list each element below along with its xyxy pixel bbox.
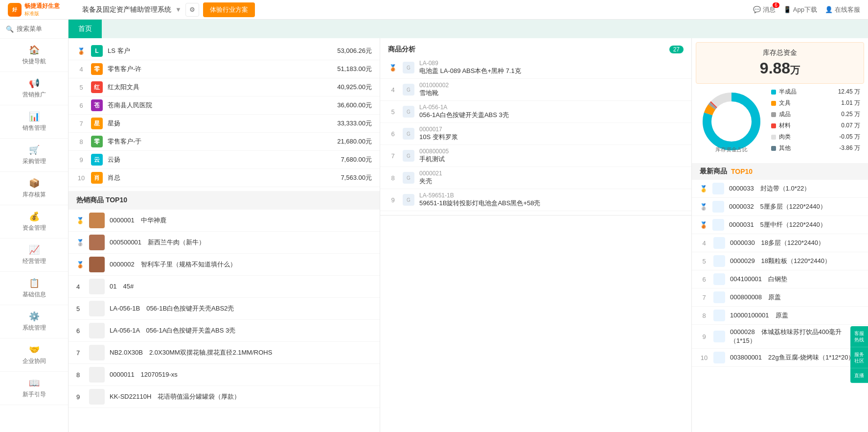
home-icon: 🏠 xyxy=(29,45,40,55)
sidebar-item-marketing[interactable]: 📢 营销推广 xyxy=(0,72,68,105)
basics-icon: 📋 xyxy=(29,278,40,288)
middle-column: 商品分析 27 🥉 G LA-089 电池盖 LA-089 ABS本色+黑种 7… xyxy=(380,38,692,432)
rank-num-8: 8 xyxy=(76,371,84,379)
top-products-right-header: 商品分析 27 xyxy=(380,42,691,57)
finance-icon: 💰 xyxy=(29,211,40,222)
sidebar-item-finance[interactable]: 💰 资金管理 xyxy=(0,205,68,239)
inventory-total-card: 库存总资金 9.88万 xyxy=(696,42,864,84)
new-products-header: 最新商品 TOP10 xyxy=(692,163,868,180)
rank-num-5: 5 xyxy=(76,305,84,312)
legend-dot-cyan xyxy=(771,90,776,95)
sidebar-item-operations[interactable]: 📈 经营管理 xyxy=(0,239,68,272)
hot-prod-row-2: 🥈 000500001 新西兰牛肉（新牛） xyxy=(69,232,380,254)
legend-item-finished: 成品 0.25 万 xyxy=(771,110,860,119)
system-name: 装备及固定资产辅助管理系统 xyxy=(82,5,171,14)
tab-home[interactable]: 首页 xyxy=(69,20,102,38)
sidebar-item-basics[interactable]: 📋 基础信息 xyxy=(0,272,68,305)
marketing-icon: 📢 xyxy=(29,78,40,89)
new-products-list: 🥇 0000033 封边带（1.0*22） 🥈 0000032 5厘多层（122… xyxy=(692,180,868,367)
rank-row-7: 7 星 星扬 33,333.00元 xyxy=(69,115,380,133)
avatar-yunyang: 云 xyxy=(91,154,103,166)
message-badge: 6 xyxy=(773,2,779,8)
system-icon: ⚙️ xyxy=(29,311,40,322)
guide-icon: 📖 xyxy=(29,378,40,388)
message-button[interactable]: 💬 消息 6 xyxy=(753,5,776,14)
avatar-hospital: 苍 xyxy=(91,99,103,111)
left-column: 🥉 L LS 客户 53,006.26元 4 零 零售客户-许 51,183.0… xyxy=(69,38,380,432)
main-layout: 🔍 搜索菜单 🏠 快捷导航 📢 营销推广 📊 销售管理 🛒 采购管理 📦 库存核… xyxy=(0,20,868,432)
online-service-button[interactable]: 👤 在线客服 xyxy=(825,5,860,14)
right-column: 库存总资金 9.88万 xyxy=(692,38,868,432)
app-download-button[interactable]: 📱 App下载 xyxy=(783,5,817,14)
trial-button[interactable]: 体验行业方案 xyxy=(203,2,255,17)
medal-icon-2: 🥈 xyxy=(76,239,84,246)
prod-img-7 xyxy=(89,345,105,360)
hot-prod-row-1: 🥇 0000001 中华神鹿 xyxy=(69,210,380,232)
settings-button[interactable]: ⚙ xyxy=(185,3,199,17)
sidebar-item-purchase[interactable]: 🛒 采购管理 xyxy=(0,139,68,172)
sidebar-item-quicknav[interactable]: 🏠 快捷导航 xyxy=(0,39,68,72)
system-selector[interactable]: 装备及固定资产辅助管理系统 ▼ ⚙ 体验行业方案 xyxy=(82,2,747,17)
dropdown-icon[interactable]: ▼ xyxy=(175,6,182,13)
legend-item-other: 其他 -3.86 万 xyxy=(771,144,860,152)
medal-icon-1: 🥇 xyxy=(76,217,84,224)
legend-item-semifinished: 半成品 12.45 万 xyxy=(771,88,860,96)
sidebar-item-inventory[interactable]: 📦 库存核算 xyxy=(0,172,68,205)
avatar-redstar: 红 xyxy=(91,81,103,93)
avatar-xingyang: 星 xyxy=(91,118,103,129)
community-button[interactable]: 服务社区 xyxy=(850,347,868,368)
new-prod-row-3: 🥉 0000031 5厘中纤（1220*2440） xyxy=(692,216,868,234)
hot-prod-row-7: 7 NB2.0X30B 2.0X30MM双摆花轴,摆花直径2.1MM/ROHS xyxy=(69,342,380,364)
new-prod-medal-3: 🥉 xyxy=(700,221,708,229)
service-sidebar: 客服热线 服务社区 直播 xyxy=(850,326,868,383)
right-prod-img-8: G xyxy=(403,172,414,184)
sidebar-item-enterprise[interactable]: 🤝 企业协同 xyxy=(0,338,68,372)
new-prod-medal-2: 🥈 xyxy=(700,203,708,211)
hot-products-list: 🥇 0000001 中华神鹿 🥈 000500001 新西兰牛肉（新牛） xyxy=(69,210,380,408)
prod-img-6 xyxy=(89,323,105,338)
right-rank-row-7: 7 G 000800005 手机测试 xyxy=(380,145,691,167)
rank-row-9: 9 云 云扬 7,680.00元 xyxy=(69,151,380,169)
new-prod-row-2: 🥈 0000032 5厘多层（1220*2440） xyxy=(692,198,868,216)
sidebar-item-guide[interactable]: 📖 新手引导 xyxy=(0,372,68,405)
rank-row-8: 8 零 零售客户-于 21,680.00元 xyxy=(69,133,380,151)
medal-icon-3: 🥉 xyxy=(76,261,84,268)
sidebar-item-sales[interactable]: 📊 销售管理 xyxy=(0,105,68,139)
hot-prod-row-5: 5 LA-056-1B 056-1B白色按键开关壳ABS2壳 xyxy=(69,298,380,320)
right-prod-img-7: G xyxy=(403,150,414,162)
right-prod-img-6: G xyxy=(403,128,414,140)
live-button[interactable]: 直播 xyxy=(850,368,868,383)
right-prod-img-9: G xyxy=(403,194,414,206)
legend-item-material: 材料 0.07 万 xyxy=(771,121,860,130)
logo-icon: 好 xyxy=(8,3,22,17)
prod-img-8 xyxy=(89,367,105,383)
logo: 好 畅捷通好生意 标准版 xyxy=(8,2,76,17)
rank-num-7: 7 xyxy=(76,349,84,357)
right-rank-row-8: 8 G 0000021 夹壳 xyxy=(380,167,691,189)
avatar-xiao: 肖 xyxy=(91,172,103,184)
enterprise-icon: 🤝 xyxy=(29,344,40,355)
purchase-icon: 🛒 xyxy=(29,144,40,155)
right-rank-row-5: 5 G LA-056-1A 056-1A白色按键开关盖ABS 3壳 xyxy=(380,101,691,123)
hot-prod-row-9: 9 KK-SD22110H 花语萌值温分罐罐袋（厚款） xyxy=(69,386,380,408)
rank-row-10: 10 肖 肖总 7,563.00元 xyxy=(69,169,380,187)
avatar-retail1: 零 xyxy=(91,63,103,75)
legend-dot-blue xyxy=(771,146,776,151)
legend-dot-red xyxy=(771,123,776,128)
mobile-icon: 📱 xyxy=(783,6,791,13)
donut-svg xyxy=(700,90,763,153)
right-rank-row-3: 🥉 G LA-089 电池盖 LA-089 ABS本色+黑种 7.1克 xyxy=(380,57,691,79)
rank-num-9: 9 xyxy=(76,393,84,401)
hot-products-header: 热销商品 TOP10 xyxy=(69,191,380,210)
new-prod-row-5: 5 0000029 18颗粒板（1220*2440） xyxy=(692,252,868,270)
service-icon: 👤 xyxy=(825,6,833,13)
sidebar-item-system[interactable]: ⚙️ 系统管理 xyxy=(0,305,68,338)
rank-row-4: 4 零 零售客户-许 51,183.00元 xyxy=(69,60,380,78)
search-menu-button[interactable]: 🔍 搜索菜单 xyxy=(0,20,68,39)
message-icon: 💬 xyxy=(753,6,761,13)
prod-img-9 xyxy=(89,389,105,405)
hotline-button[interactable]: 客服热线 xyxy=(850,326,868,347)
legend-item-meat: 肉类 -0.05 万 xyxy=(771,133,860,141)
top-products-right-section: 商品分析 27 🥉 G LA-089 电池盖 LA-089 ABS本色+黑种 7… xyxy=(380,38,691,216)
legend-dot-orange xyxy=(771,101,776,106)
